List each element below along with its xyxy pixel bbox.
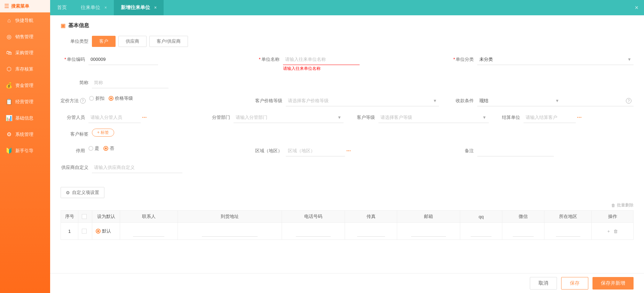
payment-terms-help[interactable]: ? — [626, 98, 631, 104]
td-phone[interactable] — [282, 223, 345, 240]
radio-no[interactable]: 否 — [103, 145, 114, 152]
td-qq[interactable] — [460, 223, 502, 240]
td-fax[interactable] — [345, 223, 397, 240]
unit-name-input[interactable] — [283, 54, 360, 65]
payment-terms-select[interactable]: 现结 ▼ ? — [477, 95, 634, 106]
unit-code-input[interactable] — [88, 54, 158, 65]
add-row-btn[interactable]: + — [607, 229, 610, 234]
phone-input[interactable] — [296, 226, 331, 237]
customer-tag-row: 客户标签 + 标签 — [61, 129, 634, 140]
sidebar-search[interactable]: ☰ 搜索菜单 — [0, 0, 50, 13]
delete-row-btn[interactable]: 🗑 — [613, 229, 618, 234]
batch-delete-btn[interactable]: 🗑 批量删除 — [611, 202, 634, 208]
sidebar-item-operations[interactable]: 📋 经营管理 — [0, 93, 50, 110]
contacts-table: 序号 设为默认 联系人 到货地址 电话号码 传真 邮箱 qq 微信 所在地区 — [61, 210, 634, 240]
unit-category-content: 未分类 ▼ — [477, 54, 634, 65]
sidebar-item-basic-info[interactable]: 📊 基础信息 — [0, 110, 50, 126]
td-address[interactable] — [178, 223, 282, 240]
sidebar-item-system[interactable]: ⚙ 系统管理 — [0, 126, 50, 143]
settlement-col: 结算单位 ··· — [496, 112, 634, 123]
qq-input[interactable] — [471, 226, 492, 237]
disabled-label: 停用 — [61, 145, 88, 156]
td-email[interactable] — [397, 223, 460, 240]
sidebar-item-label: 资金管理 — [15, 82, 33, 89]
region-input-row: ··· — [286, 145, 439, 156]
section-title-icon: ▣ — [61, 23, 65, 29]
radio-yes-circle — [88, 146, 93, 151]
customer-price-select[interactable]: 请选择客户价格等级 ▼ — [286, 95, 439, 106]
row-default-radio[interactable]: 默认 — [96, 228, 116, 234]
section-title: ▣ 基本信息 — [61, 22, 634, 29]
pricing-help-icon[interactable]: ? — [80, 98, 86, 104]
area-input[interactable] — [556, 226, 580, 237]
sidebar-item-beginner[interactable]: 🔰 新手引导 — [0, 143, 50, 159]
home-icon: ⌂ — [6, 17, 13, 24]
operations-icon: 📋 — [6, 98, 13, 105]
department-select[interactable]: 请输入分管部门 ▼ — [234, 112, 344, 123]
sidebar-item-sales[interactable]: ◎ 销售管理 — [0, 29, 50, 45]
region-more-btn[interactable]: ··· — [346, 148, 351, 154]
td-wechat[interactable] — [502, 223, 544, 240]
manager-more-btn[interactable]: ··· — [142, 114, 147, 121]
wechat-input[interactable] — [513, 226, 534, 237]
supplier-custom-label: 供应商自定义 — [61, 162, 92, 173]
customer-level-select[interactable]: 请选择客户等级 ▼ — [378, 112, 489, 123]
pricing-radio-group: 折扣 价格等级 — [89, 95, 245, 101]
btn-customer[interactable]: 客户 — [92, 36, 116, 47]
sidebar-item-purchase[interactable]: 🛍 采购管理 — [0, 45, 50, 61]
save-button[interactable]: 保存 — [561, 277, 588, 290]
radio-price-level[interactable]: 价格等级 — [109, 95, 133, 101]
radio-yes-label: 是 — [95, 145, 99, 152]
tab-home[interactable]: 首页 — [50, 0, 74, 15]
add-tag-btn[interactable]: + 标签 — [92, 129, 114, 137]
batch-delete-icon: 🗑 — [611, 203, 615, 208]
beginner-icon: 🔰 — [6, 147, 13, 154]
sidebar-item-inventory[interactable]: ⬡ 库存核算 — [0, 61, 50, 77]
settlement-more-btn[interactable]: ··· — [577, 114, 582, 121]
customer-tag-label: 客户标签 — [61, 129, 92, 140]
unit-category-select[interactable]: 未分类 ▼ — [477, 54, 634, 65]
address-input[interactable] — [202, 226, 258, 237]
supplier-custom-row: 供应商自定义 — [61, 162, 634, 173]
th-email: 邮箱 — [397, 211, 460, 223]
email-input[interactable] — [411, 226, 446, 237]
row-checkbox[interactable] — [82, 229, 87, 234]
note-input[interactable] — [477, 145, 554, 156]
unit-code-label: 单位编码 — [61, 54, 88, 65]
manager-input[interactable] — [88, 112, 141, 123]
settlement-input-row: ··· — [524, 112, 634, 123]
radio-yes[interactable]: 是 — [88, 145, 99, 152]
unit-type-value: 客户 供应商 客户/供应商 — [92, 36, 188, 47]
sidebar-item-label: 快捷导航 — [15, 17, 33, 24]
radio-discount[interactable]: 折扣 — [89, 95, 104, 101]
cancel-button[interactable]: 取消 — [530, 277, 557, 290]
supplier-custom-input[interactable] — [92, 162, 182, 173]
unit-type-label: 单位类型 — [61, 36, 92, 47]
sidebar-item-finance[interactable]: 💰 资金管理 — [0, 77, 50, 93]
btn-both[interactable]: 客户/供应商 — [149, 36, 188, 47]
contact-input[interactable] — [133, 226, 164, 237]
tab-new-partner[interactable]: 新增往来单位 × — [114, 0, 164, 15]
close-all-tabs[interactable]: × — [635, 4, 638, 11]
td-contact[interactable] — [120, 223, 178, 240]
finance-icon: 💰 — [6, 82, 13, 89]
btn-supplier[interactable]: 供应商 — [118, 36, 147, 47]
manager-content: ··· — [88, 112, 199, 123]
short-name-input[interactable] — [92, 77, 168, 88]
custom-settings-btn[interactable]: ⚙ 自定义项设置 — [61, 187, 104, 198]
tab-partners-close[interactable]: × — [104, 5, 107, 10]
fax-input[interactable] — [357, 226, 385, 237]
settlement-input[interactable] — [524, 112, 576, 123]
row-default-label: 默认 — [102, 228, 111, 234]
td-area[interactable] — [544, 223, 592, 240]
tab-partners[interactable]: 往来单位 × — [74, 0, 114, 15]
save-new-button[interactable]: 保存并新增 — [592, 277, 634, 290]
td-action: + 🗑 — [592, 223, 634, 240]
main-area: 首页 往来单位 × 新增往来单位 × × ▣ 基本信息 单位类型 客户 供应商 — [50, 0, 644, 293]
region-input[interactable] — [286, 145, 345, 156]
sidebar-item-quick-nav[interactable]: ⌂ 快捷导航 — [0, 13, 50, 29]
tab-new-partner-close[interactable]: × — [154, 5, 157, 10]
select-all-checkbox[interactable] — [82, 214, 87, 219]
note-col: 备注 — [449, 145, 634, 156]
department-content: 请输入分管部门 ▼ — [234, 112, 344, 123]
